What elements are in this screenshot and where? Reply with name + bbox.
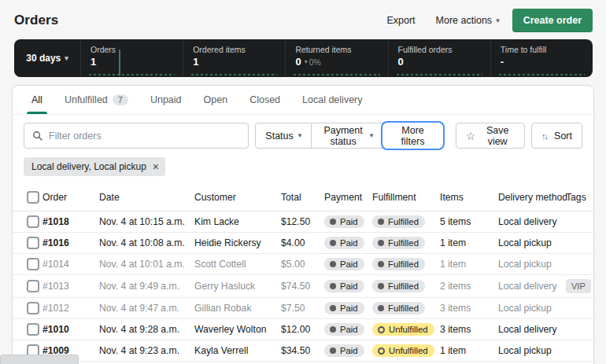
payment-status-badge: Paid [324, 258, 364, 270]
order-tags [566, 254, 594, 275]
export-button[interactable]: Export [379, 10, 423, 31]
filled-dot-icon [378, 240, 384, 246]
order-row-1010[interactable]: #1010 Nov. 4 at 9:28 a.m. Waverley Wolto… [13, 319, 594, 340]
order-delivery-method: Local pickup [498, 233, 566, 254]
order-row-1009[interactable]: #1009 Nov. 4 at 9:23 a.m. Kayla Verrell … [13, 340, 594, 362]
status-filter-button[interactable]: Status ▾ [255, 123, 312, 149]
open-circle-icon [378, 347, 385, 355]
order-row-1022[interactable]: #1022 Nov. 4 at 9:03 a.m. Sarah McKenzie… [13, 362, 594, 364]
order-row-1016[interactable]: #1016 Nov. 4 at 10:08 a.m. Heidie Ricker… [13, 233, 594, 254]
order-tags [566, 298, 594, 319]
order-row-1014[interactable]: #1014 Nov. 4 at 10:01 a.m. Scott Cottell… [13, 254, 594, 275]
order-row-1018[interactable]: #1018 Nov. 4 at 10:15 a.m. Kim Lacke $12… [13, 211, 594, 233]
more-actions-button[interactable]: More actions ▾ [428, 10, 508, 31]
metric-ordered-items[interactable]: Ordered items 1 [183, 39, 285, 77]
metric-fulfilled-orders[interactable]: Fulfilled orders 0 [388, 39, 490, 77]
metric-time-to-fulfill[interactable]: Time to fulfill - [490, 39, 593, 77]
order-total: $74.50 [281, 275, 324, 298]
order-number[interactable]: #1010 [42, 319, 99, 340]
metric-label: Ordered items [193, 45, 275, 54]
filled-dot-icon [378, 219, 384, 225]
create-order-button[interactable]: Create order [512, 9, 593, 32]
export-label: Export [386, 15, 415, 26]
order-tags [566, 340, 594, 362]
payment-status-badge: Paid [324, 237, 364, 249]
metric-value: 1 [193, 56, 275, 68]
filled-dot-icon [330, 261, 336, 267]
order-date: Nov. 4 at 9:49 a.m. [99, 275, 194, 298]
order-items: 1 item [440, 340, 498, 362]
order-delivery-method: Local pickup [498, 362, 566, 364]
close-icon[interactable]: × [153, 161, 159, 172]
row-checkbox[interactable] [27, 215, 39, 228]
tab-label: All [31, 94, 42, 105]
sparkline-baseline [89, 74, 175, 75]
order-items: 1 item [440, 233, 498, 254]
order-customer: Gerry Hasluck [194, 275, 281, 298]
row-checkbox[interactable] [27, 280, 39, 292]
sparkline-spike [119, 50, 120, 75]
order-row-1013[interactable]: #1013 Nov. 4 at 9:49 a.m. Gerry Hasluck … [13, 275, 594, 298]
metric-returned-items[interactable]: Returned items 0 ▾ 0% [285, 39, 387, 77]
metric-value: - [501, 56, 583, 68]
filled-dot-icon [330, 347, 336, 354]
applied-filter-chip[interactable]: Local delivery, Local pickup × [24, 157, 165, 176]
metric-label: Fulfilled orders [398, 45, 481, 54]
order-customer: Kayla Verrell [194, 340, 281, 362]
tab-unfulfilled[interactable]: Unfulfilled 7 [65, 86, 128, 114]
fulfillment-status-badge: Fulfilled [372, 237, 425, 249]
arrow-down-icon: ▾ [305, 59, 308, 65]
fulfillment-status-badge: Unfulfilled [372, 323, 434, 336]
analytics-bar: 30 days ▾ Orders 1 Ordered items 1 Retur… [14, 39, 593, 77]
open-circle-icon [378, 326, 385, 333]
column-header-order[interactable]: Order [42, 184, 99, 211]
search-box[interactable] [24, 123, 249, 149]
order-customer: Heidie Rickersy [194, 233, 281, 254]
order-number[interactable]: #1018 [42, 211, 99, 233]
metric-label: Time to fulfill [501, 45, 583, 54]
payment-status-filter-label: Payment status [321, 125, 365, 147]
order-row-1012[interactable]: #1012 Nov. 4 at 9:47 a.m. Gillian Robak … [13, 298, 594, 319]
unfulfilled-count-badge: 7 [113, 94, 128, 105]
order-number[interactable]: #1016 [42, 233, 99, 254]
save-view-button[interactable]: ☆ Save view [456, 123, 525, 149]
order-number[interactable]: #1012 [42, 298, 99, 319]
sparkline-baseline [397, 74, 482, 75]
row-checkbox[interactable] [27, 302, 39, 314]
filter-bar: Status ▾ Payment status ▾ More filters ☆… [13, 115, 593, 152]
row-checkbox[interactable] [27, 258, 39, 270]
tab-unpaid[interactable]: Unpaid [150, 86, 182, 114]
chevron-down-icon: ▾ [65, 55, 68, 62]
column-header-tags: Tags [566, 184, 594, 211]
order-date: Nov. 4 at 10:01 a.m. [99, 254, 194, 275]
sort-button[interactable]: ↑↓ Sort [531, 123, 582, 149]
order-customer: Kim Lacke [194, 211, 281, 233]
sort-label: Sort [554, 131, 572, 142]
order-delivery-method: Local delivery [498, 211, 566, 233]
tab-all[interactable]: All [31, 86, 42, 114]
filled-dot-icon [330, 326, 336, 333]
more-filters-button[interactable]: More filters [382, 123, 442, 149]
order-number[interactable]: #1014 [42, 254, 99, 275]
payment-status-filter-button[interactable]: Payment status ▾ [312, 123, 383, 149]
order-date: Nov. 4 at 9:28 a.m. [99, 319, 194, 340]
tab-local-delivery[interactable]: Local delivery [302, 86, 362, 114]
metric-orders[interactable]: Orders 1 [80, 39, 183, 77]
metric-value: 0 ▾ 0% [295, 56, 378, 68]
row-checkbox[interactable] [27, 323, 39, 336]
tab-open[interactable]: Open [204, 86, 228, 114]
order-delivery-method: Local pickup [498, 298, 566, 319]
order-date: Nov. 4 at 9:23 a.m. [99, 340, 194, 362]
payment-status-badge: Paid [324, 323, 364, 336]
column-header-date[interactable]: Date [99, 184, 194, 211]
applied-filters-row: Local delivery, Local pickup × [13, 152, 593, 184]
row-checkbox[interactable] [27, 237, 39, 249]
tab-closed[interactable]: Closed [249, 86, 280, 114]
date-range-selector[interactable]: 30 days ▾ [14, 39, 80, 77]
search-input[interactable] [49, 131, 240, 142]
payment-status-badge: Paid [324, 280, 364, 292]
order-number[interactable]: #1013 [42, 275, 99, 298]
column-header-total[interactable]: Total [281, 184, 324, 211]
select-all-checkbox[interactable] [27, 191, 39, 204]
order-delivery-method: Local delivery [498, 275, 566, 298]
